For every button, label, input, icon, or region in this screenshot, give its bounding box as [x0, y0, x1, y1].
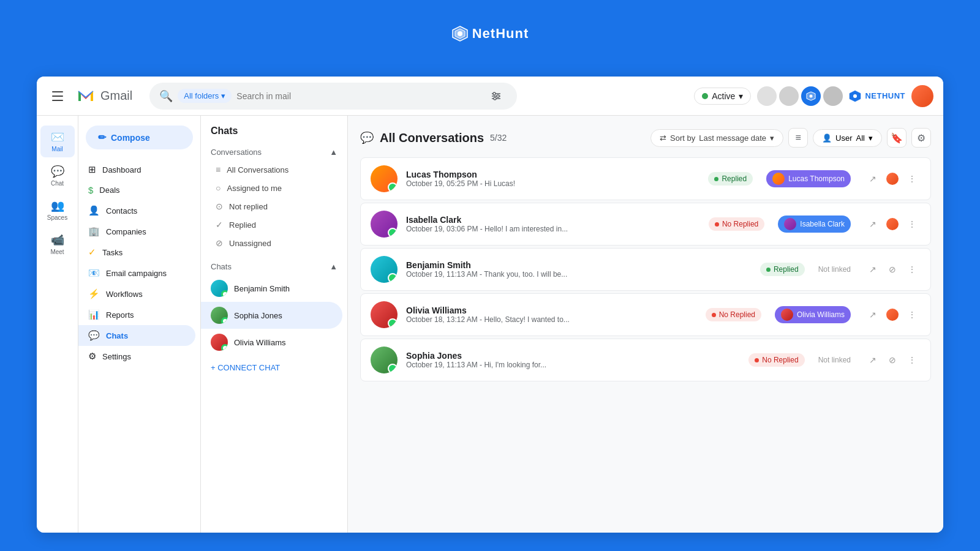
unassign-button-benjamin[interactable]: ⊘ [884, 261, 901, 278]
chevron-down-icon: ▾ [221, 91, 225, 100]
sort-order-icon: ≡ [795, 132, 801, 143]
conversation-row-lucas[interactable]: Lucas Thompson October 19, 05:25 PM - Hi… [360, 157, 931, 200]
filter-button[interactable] [485, 85, 507, 107]
whatsapp-badge-isabella [388, 228, 398, 238]
filter-unassigned[interactable]: ⊘ Unassigned [201, 234, 347, 252]
forward-button-sophia[interactable]: ↗ [864, 351, 881, 369]
main-content: 💬 All Conversations 5/32 ⇄ Sort by Last … [348, 116, 943, 533]
more-options-button-benjamin[interactable]: ⋮ [903, 261, 921, 278]
status-pill-sophia: No Replied [748, 353, 804, 367]
nethunt-toolbar-brand[interactable]: NETHUNT [849, 90, 905, 102]
gear-icon: ⚙ [917, 132, 925, 144]
forward-button-olivia[interactable]: ↗ [864, 306, 881, 323]
sidebar-item-email-campaigns[interactable]: 📧 Email campaigns [78, 263, 195, 283]
status-pill-olivia: No Replied [706, 308, 761, 321]
nav-item-mail[interactable]: ✉️ Mail [40, 126, 75, 157]
filter-assigned-to-me[interactable]: ○ Assigned to me [201, 179, 347, 197]
conversations-section-header[interactable]: Conversations ▲ [201, 144, 347, 160]
replied-icon: ✓ [216, 220, 223, 230]
linked-pill-lucas: Lucas Thompson [766, 170, 851, 187]
status-pill-isabella: No Replied [709, 217, 764, 231]
nav-item-meet[interactable]: 📹 Meet [40, 228, 75, 260]
conversation-list: Lucas Thompson October 19, 05:25 PM - Hi… [360, 157, 931, 381]
conv-status-lucas: Replied [708, 172, 753, 186]
sort-order-button[interactable]: ≡ [788, 128, 808, 148]
more-options-button-olivia[interactable]: ⋮ [903, 306, 921, 323]
user-avatar[interactable] [911, 85, 933, 107]
chat-contact-sophia[interactable]: Sophia Jones [201, 302, 342, 329]
sidebar-item-contacts[interactable]: 👤 Contacts [78, 200, 195, 221]
conv-info-lucas: Lucas Thompson October 19, 05:25 PM - Hi… [406, 170, 699, 188]
avatar-btn-olivia[interactable] [884, 306, 901, 323]
filter-all-conversations[interactable]: ≡ All Conversations [201, 160, 347, 179]
nav-item-spaces[interactable]: 👥 Spaces [40, 194, 75, 226]
sort-value: Last message date [699, 133, 766, 143]
chat-contact-olivia[interactable]: Olivia Williams [201, 329, 342, 356]
svg-point-13 [853, 94, 857, 98]
meet-icon: 📹 [51, 233, 64, 247]
user-filter[interactable]: 👤 User All ▾ [813, 129, 882, 147]
forward-button-lucas[interactable]: ↗ [864, 170, 881, 187]
avatar-btn-isabella[interactable] [884, 216, 901, 233]
sidebar-item-reports[interactable]: 📊 Reports [78, 304, 195, 325]
whatsapp-badge-benjamin [388, 273, 398, 283]
sidebar-item-companies[interactable]: 🏢 Companies [78, 221, 195, 242]
sidebar-item-chats[interactable]: 💬 Chats [78, 325, 195, 346]
more-options-button-lucas[interactable]: ⋮ [903, 170, 921, 187]
nav-item-chat[interactable]: 💬 Chat [40, 160, 75, 192]
sidebar-item-settings[interactable]: ⚙ Settings [78, 346, 195, 367]
chevron-conversations-icon: ▲ [330, 148, 337, 157]
user-filter-icon: 👤 [822, 133, 832, 143]
avatar-isabella [371, 211, 398, 238]
sidebar-item-workflows[interactable]: ⚡ Workflows [78, 283, 195, 304]
forward-button-isabella[interactable]: ↗ [864, 216, 881, 233]
connect-chat-button[interactable]: + CONNECT CHAT [201, 356, 347, 380]
more-options-button-isabella[interactable]: ⋮ [903, 216, 921, 233]
avatar-benjamin [371, 256, 398, 283]
conv-name-sophia: Sophia Jones [406, 351, 740, 361]
forward-button-benjamin[interactable]: ↗ [864, 261, 881, 278]
gmail-brand: Gmail [76, 86, 132, 106]
chat-contact-benjamin[interactable]: Benjamin Smith [201, 275, 342, 302]
email-campaigns-icon: 📧 [88, 268, 100, 279]
folder-selector[interactable]: All folders ▾ [178, 89, 232, 103]
filter-not-replied[interactable]: ⊙ Not replied [201, 197, 347, 216]
svg-point-9 [494, 97, 496, 100]
bookmark-button[interactable]: 🔖 [887, 128, 907, 148]
avatar-sophia [371, 347, 398, 373]
filter-replied[interactable]: ✓ Replied [201, 216, 347, 234]
search-input[interactable] [236, 91, 480, 101]
conversation-row-sophia[interactable]: Sophia Jones October 19, 11:13 AM - Hi, … [360, 339, 931, 381]
status-dot-olivia [712, 313, 716, 317]
svg-point-7 [493, 92, 496, 95]
conv-info-isabella: Isabella Clark October 19, 03:06 PM - He… [406, 215, 700, 233]
chats-panel-header: Chats [201, 116, 347, 141]
hamburger-button[interactable] [47, 85, 69, 107]
compose-button[interactable]: ✏ Compose [86, 126, 193, 149]
unassign-button-sophia[interactable]: ⊘ [884, 351, 901, 369]
active-status-badge[interactable]: Active ▾ [694, 88, 751, 105]
conv-status-sophia: No Replied [748, 353, 804, 367]
avatar-btn-lucas[interactable] [884, 170, 901, 187]
sidebar-item-dashboard[interactable]: ⊞ Dashboard [78, 159, 195, 180]
conversation-row-benjamin[interactable]: Benjamin Smith October 19, 11:13 AM - Th… [360, 248, 931, 291]
conv-info-benjamin: Benjamin Smith October 19, 11:13 AM - Th… [406, 260, 752, 279]
search-bar: 🔍 All folders ▾ [149, 83, 517, 110]
conversation-row-isabella[interactable]: Isabella Clark October 19, 03:06 PM - He… [360, 203, 931, 246]
more-options-button-sophia[interactable]: ⋮ [903, 351, 921, 369]
sidebar-item-deals[interactable]: $ Deals [78, 180, 195, 200]
conv-info-olivia: Olivia Williams October 18, 13:12 AM - H… [406, 305, 697, 324]
conv-linked-sophia: Not linked [818, 356, 851, 364]
bookmark-icon: 🔖 [891, 132, 903, 144]
gmail-label: Gmail [100, 89, 132, 103]
deals-icon: $ [88, 185, 93, 195]
conversations-header: 💬 All Conversations 5/32 ⇄ Sort by Last … [360, 128, 931, 148]
conversation-row-olivia[interactable]: Olivia Williams October 18, 13:12 AM - H… [360, 293, 931, 336]
settings-gear-button[interactable]: ⚙ [911, 128, 931, 148]
sidebar-item-tasks[interactable]: ✓ Tasks [78, 242, 195, 263]
sort-button[interactable]: ⇄ Sort by Last message date ▾ [650, 129, 783, 147]
whatsapp-badge-benjamin [221, 290, 228, 297]
conversations-icon: 💬 [360, 131, 374, 144]
conv-name-isabella: Isabella Clark [406, 215, 700, 225]
avatar-2 [779, 86, 799, 106]
